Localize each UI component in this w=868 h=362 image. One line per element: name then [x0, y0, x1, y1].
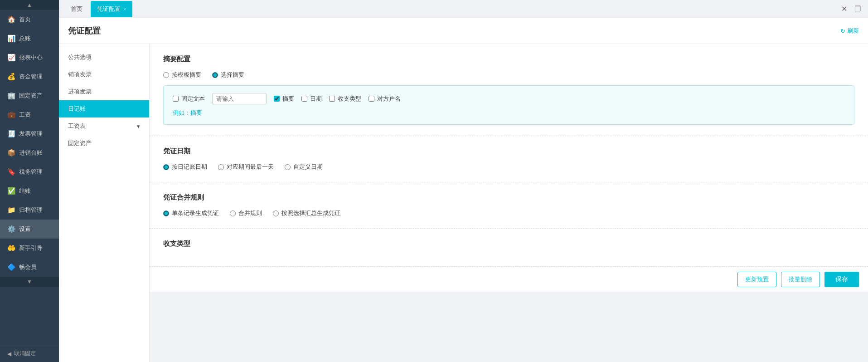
sidebar-item-reports[interactable]: 📈 报表中心 — [0, 48, 59, 67]
left-nav-journal-label: 日记账 — [68, 105, 86, 113]
pin-icon: ◀ — [7, 351, 11, 357]
sidebar-item-invoice[interactable]: 🧾 发票管理 — [0, 124, 59, 143]
single-record-radio-label[interactable]: 单条记录生成凭证 — [163, 209, 219, 217]
left-nav-purchase-invoice-label: 进项发票 — [68, 88, 92, 96]
refresh-button[interactable]: ↻ 刷新 — [840, 27, 859, 35]
income-type-checkbox-text: 收支类型 — [338, 95, 361, 103]
summary-select-radio[interactable] — [212, 72, 218, 78]
restore-window-button[interactable]: ❐ — [853, 3, 863, 15]
funds-icon: 💰 — [7, 73, 15, 81]
summary-template-radio[interactable] — [163, 72, 169, 78]
update-preview-button[interactable]: 更新预置 — [737, 272, 776, 287]
settings-icon: ⚙️ — [7, 225, 15, 233]
merge-rules-title: 凭证合并规则 — [163, 193, 854, 202]
voucher-date-title: 凭证日期 — [163, 147, 854, 156]
save-button[interactable]: 保存 — [824, 272, 859, 287]
batch-delete-button[interactable]: 批量删除 — [781, 272, 820, 287]
tax-icon: 🔖 — [7, 168, 15, 176]
settlement-icon: ✅ — [7, 187, 15, 195]
tab-close-icon[interactable]: × — [123, 6, 126, 12]
journal-date-radio[interactable] — [163, 164, 169, 170]
counterpart-checkbox-label[interactable]: 对方户名 — [369, 95, 401, 103]
summary-checkbox[interactable] — [274, 96, 280, 102]
tab-bar: 首页 凭证配置 × ✕ ❐ — [59, 0, 868, 18]
fixed-text-input[interactable] — [212, 93, 267, 104]
example-value: 摘要 — [190, 109, 202, 116]
sidebar-scroll-down[interactable]: ▼ — [0, 277, 59, 287]
refresh-label: 刷新 — [847, 27, 859, 35]
fixed-text-checkbox[interactable] — [173, 96, 179, 102]
by-selection-label: 按照选择汇总生成凭证 — [281, 209, 340, 217]
left-nav-journal[interactable]: 日记账 — [59, 100, 149, 117]
by-selection-radio[interactable] — [273, 210, 279, 216]
sidebar-item-payroll[interactable]: 💼 工资 — [0, 105, 59, 124]
sidebar-item-settlement[interactable]: ✅ 结账 — [0, 181, 59, 201]
sidebar-label-reports: 报表中心 — [19, 54, 43, 62]
left-nav-public[interactable]: 公共选项 — [59, 49, 149, 66]
sidebar-item-home[interactable]: 🏠 首页 — [0, 10, 59, 29]
summary-radio-group: 按模板摘要 选择摘要 — [163, 71, 854, 79]
by-selection-radio-label[interactable]: 按照选择汇总生成凭证 — [273, 209, 340, 217]
tab-bar-actions: ✕ ❐ — [839, 3, 863, 15]
main-area: 首页 凭证配置 × ✕ ❐ 凭证配置 ↻ 刷新 公共选项 — [59, 0, 868, 362]
summary-checkbox-label[interactable]: 摘要 — [274, 95, 294, 103]
journal-date-radio-label[interactable]: 按日记账日期 — [163, 163, 207, 171]
tab-home[interactable]: 首页 — [64, 1, 89, 17]
merge-rule-radio-label[interactable]: 合并规则 — [230, 209, 262, 217]
content-area: 公共选项 销项发票 进项发票 日记账 工资表 ▾ 固定资产 — [59, 44, 868, 362]
left-nav-payroll-table-label: 工资表 — [68, 122, 86, 130]
sidebar-item-assets[interactable]: 🏢 固定资产 — [0, 86, 59, 105]
voucher-date-section: 凭证日期 按日记账日期 对应期间最后一天 自定义日期 — [150, 136, 868, 182]
sidebar-item-funds[interactable]: 💰 资金管理 — [0, 67, 59, 86]
sidebar: ▲ 🏠 首页 📊 总账 📈 报表中心 💰 资金管理 🏢 固定资产 💼 工资 🧾 … — [0, 0, 59, 362]
sidebar-item-vip[interactable]: 🔷 畅会员 — [0, 258, 59, 277]
ledger-icon: 📊 — [7, 34, 15, 43]
sidebar-label-archive: 归档管理 — [19, 206, 43, 214]
income-type-checkbox[interactable] — [329, 96, 335, 102]
tab-voucher[interactable]: 凭证配置 × — [91, 1, 132, 17]
example-text: 例如：摘要 — [173, 109, 845, 117]
left-nav-sales-invoice[interactable]: 销项发票 — [59, 66, 149, 83]
example-label: 例如： — [173, 109, 190, 116]
counterpart-checkbox[interactable] — [369, 96, 374, 102]
sidebar-item-tax[interactable]: 🔖 税务管理 — [0, 162, 59, 181]
sidebar-label-payroll: 工资 — [19, 111, 31, 119]
sidebar-item-ledger[interactable]: 📊 总账 — [0, 29, 59, 48]
merge-rule-radio[interactable] — [230, 210, 236, 216]
sidebar-item-sales-ledger[interactable]: 📦 进销台账 — [0, 143, 59, 162]
left-nav-sales-invoice-label: 销项发票 — [68, 70, 92, 78]
payroll-icon: 💼 — [7, 111, 15, 119]
sidebar-label-funds: 资金管理 — [19, 73, 43, 81]
single-record-radio[interactable] — [163, 210, 169, 216]
left-nav-payroll-table[interactable]: 工资表 ▾ — [59, 117, 149, 135]
fixed-text-label: 固定文本 — [181, 95, 205, 103]
income-type-title: 收支类型 — [163, 240, 854, 248]
income-type-checkbox-label[interactable]: 收支类型 — [329, 95, 361, 103]
sidebar-label-guide: 新手引导 — [19, 244, 43, 252]
sidebar-scroll-up[interactable]: ▲ — [0, 0, 59, 10]
guide-icon: 🤲 — [7, 244, 15, 252]
chevron-down-icon: ▾ — [137, 123, 140, 130]
left-nav-purchase-invoice[interactable]: 进项发票 — [59, 83, 149, 100]
right-content[interactable]: 摘要配置 按模板摘要 选择摘要 — [150, 44, 868, 362]
tab-voucher-label: 凭证配置 — [97, 5, 121, 13]
journal-date-label: 按日记账日期 — [172, 163, 207, 171]
last-day-radio-label[interactable]: 对应期间最后一天 — [218, 163, 274, 171]
last-day-radio[interactable] — [218, 164, 224, 170]
cancel-pin-button[interactable]: ◀ 取消固定 — [0, 345, 59, 362]
left-nav-public-label: 公共选项 — [68, 53, 92, 61]
sidebar-item-archive[interactable]: 📁 归档管理 — [0, 201, 59, 220]
left-nav-fixed-assets[interactable]: 固定资产 — [59, 135, 149, 152]
sidebar-label-tax: 税务管理 — [19, 168, 43, 176]
sidebar-label-settlement: 结账 — [19, 187, 31, 195]
sidebar-item-guide[interactable]: 🤲 新手引导 — [0, 239, 59, 258]
sidebar-item-settings[interactable]: ⚙️ 设置 — [0, 220, 59, 239]
summary-template-radio-label[interactable]: 按模板摘要 — [163, 71, 201, 79]
fixed-text-checkbox-label[interactable]: 固定文本 — [173, 95, 205, 103]
close-window-button[interactable]: ✕ — [839, 3, 849, 15]
custom-date-radio-label[interactable]: 自定义日期 — [285, 163, 323, 171]
date-checkbox-label[interactable]: 日期 — [301, 95, 322, 103]
date-checkbox[interactable] — [301, 96, 307, 102]
summary-select-radio-label[interactable]: 选择摘要 — [212, 71, 244, 79]
custom-date-radio[interactable] — [285, 164, 291, 170]
